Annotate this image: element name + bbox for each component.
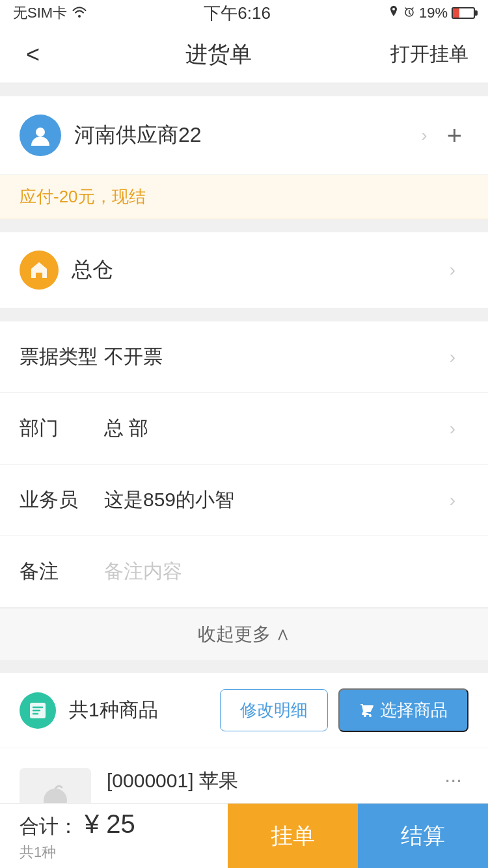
warehouse-chevron-icon: › [450,260,455,280]
invoice-type-chevron-icon: › [450,347,455,368]
products-count: 共1种商品 [69,697,220,724]
footer-total: 合计： ¥ 25 共1种 [0,809,228,862]
select-product-button[interactable]: 选择商品 [338,688,468,732]
salesperson-row[interactable]: 业务员 这是859的小智 › [0,465,488,536]
department-label: 部门 [20,415,104,442]
back-button[interactable]: < [20,34,46,75]
cart-icon [359,703,375,718]
add-button[interactable]: + [441,121,468,150]
notice-text: 应付-20元，现结 [20,187,146,206]
footer-bar: 合计： ¥ 25 共1种 挂单 结算 [0,803,488,868]
alarm-icon [403,5,415,21]
edit-details-button[interactable]: 修改明细 [220,689,328,731]
battery-percent: 19% [419,5,448,21]
products-header: 共1种商品 修改明细 选择商品 [0,673,488,748]
section-gap-2 [0,219,488,232]
department-value: 总 部 [104,415,450,442]
products-icon [20,692,56,729]
department-chevron-icon: › [450,418,455,439]
product-more-button[interactable]: ··· [438,768,468,792]
product-code: [0000001] [107,770,199,791]
warehouse-row[interactable]: 总仓 › [0,232,488,308]
notice-bar: 应付-20元，现结 [0,175,488,219]
hang-button[interactable]: 挂单 [228,804,358,869]
warehouse-name: 总仓 [72,256,450,284]
supplier-row[interactable]: 河南供应商22 › + [0,96,488,175]
page-title: 进货单 [185,40,252,70]
supplier-avatar [20,115,61,156]
total-main: 合计： ¥ 25 [20,809,208,840]
svg-rect-2 [36,273,42,278]
form-card: 票据类型 不开票 › 部门 总 部 › 业务员 这是859的小智 › 备注 备注… [0,321,488,608]
total-label: 合计： [20,813,78,840]
nav-bar: < 进货单 打开挂单 [0,26,488,83]
status-left: 无SIM卡 [13,3,87,23]
section-gap-4 [0,660,488,673]
checkout-button[interactable]: 结算 [358,804,488,869]
main-content: 河南供应商22 › + 应付-20元，现结 总仓 › 票据类型 不开票 › [0,83,488,868]
remark-row[interactable]: 备注 备注内容 [0,536,488,608]
warehouse-icon [20,251,59,290]
carrier-text: 无SIM卡 [13,3,67,23]
supplier-card: 河南供应商22 › + 应付-20元，现结 [0,96,488,219]
department-row[interactable]: 部门 总 部 › [0,393,488,465]
battery-icon [452,7,475,19]
invoice-type-value: 不开票 [104,344,450,370]
svg-point-1 [36,128,45,137]
product-name: [0000001] 苹果 [107,768,438,794]
wifi-icon [72,5,87,21]
supplier-name: 河南供应商22 [74,121,421,150]
collapse-bar[interactable]: 收起更多 ∧ [0,608,488,660]
open-hang-button[interactable]: 打开挂单 [390,41,468,68]
section-gap-1 [0,83,488,96]
total-sub: 共1种 [20,843,208,862]
remark-label: 备注 [20,558,104,585]
remark-input[interactable]: 备注内容 [104,558,468,585]
invoice-type-row[interactable]: 票据类型 不开票 › [0,321,488,393]
status-right: 19% [388,5,475,21]
total-amount: ¥ 25 [85,809,135,839]
status-bar: 无SIM卡 下午6:16 19% [0,0,488,26]
collapse-label: 收起更多 ∧ [198,622,291,647]
invoice-type-label: 票据类型 [20,344,104,370]
salesperson-chevron-icon: › [450,490,455,511]
salesperson-value: 这是859的小智 [104,487,450,513]
product-title: 苹果 [199,770,238,791]
location-icon [388,5,400,21]
section-gap-3 [0,308,488,321]
status-time: 下午6:16 [204,2,271,25]
supplier-chevron-icon: › [421,125,427,146]
warehouse-card: 总仓 › [0,232,488,308]
salesperson-label: 业务员 [20,487,104,513]
